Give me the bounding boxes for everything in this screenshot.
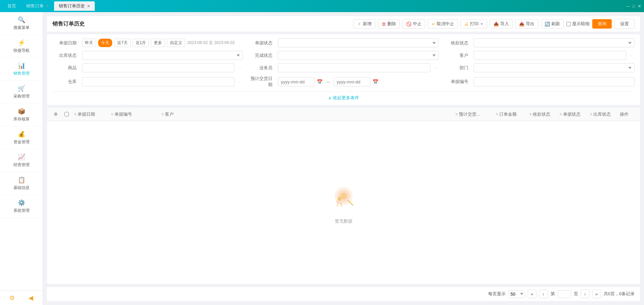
th-sort-delivery-icon[interactable]: ⇅ bbox=[455, 112, 458, 116]
empty-text: 暂无数据 bbox=[335, 218, 352, 224]
sidebar-item-operations[interactable]: 📈 经营管理 bbox=[0, 149, 43, 172]
sidebar-item-sales-mgmt[interactable]: 📊 销售管理 bbox=[0, 58, 43, 81]
stop-label: 中止 bbox=[413, 21, 422, 27]
table-header: ⚙ ⇅ 单据日期 ⇅ 单据编号 ⇅ 客户 bbox=[47, 108, 640, 121]
print-dropdown-icon[interactable]: ▼ bbox=[480, 22, 483, 26]
tab-sales-order[interactable]: 销售订单 ✕ bbox=[22, 1, 53, 11]
delivery-date-end[interactable] bbox=[334, 77, 371, 86]
th-sort-date-icon[interactable]: ⇅ bbox=[74, 112, 77, 116]
receipt-status-label: 收款状态 bbox=[444, 40, 468, 46]
select-all-checkbox[interactable] bbox=[65, 112, 69, 116]
department-select[interactable] bbox=[474, 63, 635, 72]
sidebar-item-operations-label: 经营管理 bbox=[13, 162, 30, 168]
page-size-select[interactable]: 50 10 20 100 bbox=[508, 290, 525, 298]
product-dots[interactable]: ··· bbox=[237, 65, 243, 70]
order-no-input[interactable] bbox=[474, 77, 635, 86]
import-icon: 📥 bbox=[493, 22, 499, 27]
settings-icon: ⚙ bbox=[54, 112, 58, 117]
sidebar-settings-icon[interactable]: ⚙ bbox=[9, 294, 15, 302]
date-btn-more[interactable]: 更多 bbox=[151, 39, 165, 47]
prev-page-button[interactable]: ‹ bbox=[539, 290, 548, 298]
th-sort-amount-icon[interactable]: ⇅ bbox=[496, 112, 498, 116]
print-button[interactable]: 🖨 打印 ▼ bbox=[461, 19, 487, 29]
stock-out-select[interactable] bbox=[82, 51, 243, 60]
import-button[interactable]: 📥 导入 bbox=[490, 19, 513, 29]
th-sort-order-icon[interactable]: ⇅ bbox=[559, 112, 562, 116]
cancel-stop-button[interactable]: ↩ 取消中止 bbox=[428, 19, 458, 29]
print-icon: 🖨 bbox=[464, 22, 469, 27]
collapse-filter-btn[interactable]: ∧ 收起更多条件 bbox=[52, 93, 635, 101]
sidebar-item-finance[interactable]: 💰 资金管理 bbox=[0, 126, 43, 149]
th-sort-receipt-icon[interactable]: ⇅ bbox=[529, 112, 532, 116]
collapse-up-icon: ∧ bbox=[328, 96, 332, 101]
sidebar-item-system-mgmt[interactable]: ⚙️ 系统管理 bbox=[0, 195, 43, 218]
th-sort-no-icon[interactable]: ⇅ bbox=[111, 112, 114, 116]
salesperson-dots[interactable]: ··· bbox=[432, 65, 439, 70]
date-btn-yesterday[interactable]: 昨天 bbox=[82, 39, 96, 47]
tab-sales-order-history-close[interactable]: ✕ bbox=[87, 4, 90, 8]
svg-point-5 bbox=[337, 197, 341, 201]
calendar-end-icon[interactable]: 📅 bbox=[373, 79, 378, 84]
sidebar-item-finance-label: 资金管理 bbox=[13, 139, 30, 145]
delete-button[interactable]: 🗑 删除 bbox=[378, 19, 400, 29]
tab-home-label: 首页 bbox=[7, 3, 16, 9]
sidebar-item-quick-nav[interactable]: ⚡ 快捷导航 bbox=[0, 35, 43, 58]
sidebar-collapse-icon[interactable]: ◀ bbox=[29, 294, 33, 302]
tab-sales-order-history[interactable]: 销售订单历史 ✕ bbox=[54, 1, 95, 11]
tab-home[interactable]: 首页 bbox=[3, 1, 21, 11]
sidebar-item-system-mgmt-label: 系统管理 bbox=[13, 208, 30, 214]
display-columns-checkbox[interactable] bbox=[566, 22, 571, 26]
query-button[interactable]: 查询 bbox=[592, 19, 612, 29]
th-delivery-label: 预计交货... bbox=[459, 111, 480, 117]
page-size-label: 每页显示 bbox=[488, 291, 506, 297]
th-sort-customer-icon[interactable]: ⇅ bbox=[161, 112, 164, 116]
receipt-status-group bbox=[474, 38, 635, 47]
product-group: ··· bbox=[82, 63, 243, 72]
order-status-select[interactable] bbox=[278, 38, 439, 47]
sidebar-item-purchase-mgmt[interactable]: 🛒 采购管理 bbox=[0, 81, 43, 104]
calendar-start-icon[interactable]: 📅 bbox=[317, 79, 323, 84]
product-input[interactable] bbox=[82, 63, 234, 72]
export-button[interactable]: 📤 导出 bbox=[515, 19, 538, 29]
page-content: 销售订单历史 ＋ 新增 🗑 删除 🚫 中止 ↩ bbox=[43, 12, 644, 305]
warehouse-dots[interactable]: ··· bbox=[237, 79, 243, 84]
toolbar: ＋ 新增 🗑 删除 🚫 中止 ↩ 取消中止 bbox=[353, 19, 635, 29]
sidebar-item-search-menu[interactable]: 🔍 搜索菜单 bbox=[0, 12, 43, 35]
date-btn-custom[interactable]: 自定义 bbox=[167, 39, 185, 47]
delivery-date-start[interactable] bbox=[278, 77, 315, 86]
warehouse-input[interactable] bbox=[82, 77, 234, 86]
salesperson-input[interactable] bbox=[278, 63, 430, 72]
last-page-button[interactable]: » bbox=[592, 290, 601, 298]
customer-dots[interactable]: ··· bbox=[628, 53, 635, 58]
th-sort-stock-icon[interactable]: ⇅ bbox=[590, 112, 592, 116]
export-label: 导出 bbox=[526, 21, 534, 27]
inventory-icon: 📦 bbox=[18, 108, 25, 115]
print-label: 打印 bbox=[470, 21, 479, 27]
display-columns-label: 显示暗细 bbox=[572, 21, 590, 27]
next-page-button[interactable]: › bbox=[581, 290, 590, 298]
window-close-icon[interactable]: ✕ bbox=[638, 4, 641, 9]
tab-sales-order-close[interactable]: ✕ bbox=[46, 4, 49, 8]
complete-status-select[interactable] bbox=[278, 51, 439, 60]
date-btn-1month[interactable]: 近1月 bbox=[133, 39, 149, 47]
current-page-input[interactable]: 1 bbox=[558, 290, 571, 298]
operations-icon: 📈 bbox=[18, 153, 25, 161]
date-btn-7days[interactable]: 近7天 bbox=[114, 39, 131, 47]
window-maximize-icon[interactable]: □ bbox=[632, 4, 635, 9]
sales-mgmt-icon: 📊 bbox=[18, 62, 25, 69]
warehouse-label: 仓库 bbox=[52, 79, 77, 85]
window-minimize-icon[interactable]: ─ bbox=[627, 4, 630, 9]
first-page-button[interactable]: « bbox=[528, 290, 536, 298]
customer-input[interactable] bbox=[474, 51, 626, 60]
display-columns-check: 显示暗细 bbox=[566, 21, 590, 27]
new-button[interactable]: ＋ 新增 bbox=[353, 19, 375, 29]
sidebar-item-basic-info[interactable]: 📋 基础信息 bbox=[0, 172, 43, 195]
sidebar-item-inventory[interactable]: 📦 库存核算 bbox=[0, 104, 43, 126]
stop-button[interactable]: 🚫 中止 bbox=[402, 19, 425, 29]
refresh-button[interactable]: 🔄 刷新 bbox=[541, 19, 564, 29]
date-btn-today[interactable]: 今天 bbox=[98, 39, 112, 47]
settings-button[interactable]: 设置 bbox=[614, 19, 635, 29]
complete-status-group bbox=[278, 51, 439, 60]
th-settings[interactable]: ⚙ bbox=[50, 112, 62, 117]
receipt-status-select[interactable] bbox=[474, 38, 635, 47]
